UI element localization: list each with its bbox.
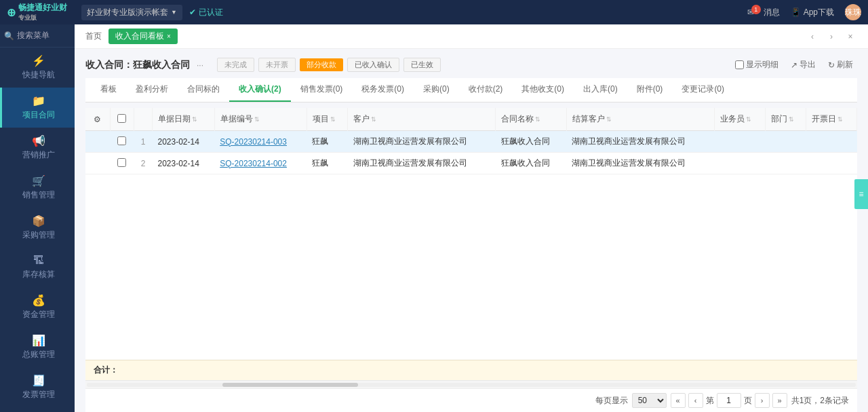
refresh-button[interactable]: ↻ 刷新 xyxy=(824,57,857,73)
sidebar-item-inventory[interactable]: 🏗 库存核算 xyxy=(0,248,75,287)
tab-change-log[interactable]: 变更记录(0) xyxy=(672,78,734,102)
sidebar-item-marketing[interactable]: 📢 营销推广 xyxy=(0,128,75,168)
sidebar-label: 库存核算 xyxy=(22,269,55,280)
per-page-select[interactable]: 50 20 100 xyxy=(632,393,667,408)
tab-attachment[interactable]: 附件(0) xyxy=(627,78,673,102)
first-page-button[interactable]: « xyxy=(671,393,686,408)
close-window-button[interactable]: × xyxy=(844,30,857,43)
page-input[interactable] xyxy=(717,393,741,408)
th-customer[interactable]: 客户⇅ xyxy=(348,108,496,131)
table-area: ⚙ 单据日期⇅ 单据编号⇅ 项目⇅ 客户⇅ 合同名称⇅ 结算客户⇅ 业务 xyxy=(85,108,857,412)
message-button[interactable]: ✉ 1 消息 xyxy=(747,7,780,18)
tab-dashboard[interactable]: 看板 xyxy=(91,78,126,102)
th-doc-no[interactable]: 单据编号⇅ xyxy=(214,108,307,131)
close-tab-button[interactable]: × xyxy=(167,33,171,40)
breadcrumb-home[interactable]: 首页 xyxy=(85,31,102,42)
sidebar-item-sales[interactable]: 🛒 销售管理 xyxy=(0,168,75,208)
tab-other-income[interactable]: 其他收支(0) xyxy=(512,78,574,102)
right-action-button[interactable]: ≡ xyxy=(854,179,868,209)
td-doc-no[interactable]: SQ-20230214-002 xyxy=(214,153,307,174)
app-download-button[interactable]: 📱 App下载 xyxy=(791,7,834,18)
show-detail-checkbox[interactable] xyxy=(735,60,744,69)
sidebar-label: 销售管理 xyxy=(22,189,55,201)
next-page-button[interactable]: › xyxy=(755,393,770,408)
search-menu[interactable]: 🔍 搜索菜单 xyxy=(0,24,75,48)
row-checkbox[interactable] xyxy=(117,136,126,145)
tab-purchase[interactable]: 采购(0) xyxy=(414,78,459,102)
scrollbar-thumb[interactable] xyxy=(222,383,358,387)
th-project[interactable]: 项目⇅ xyxy=(307,108,347,131)
search-icon: 🔍 xyxy=(4,31,14,41)
th-open-date[interactable]: 开票日⇅ xyxy=(806,108,857,131)
row-checkbox[interactable] xyxy=(117,158,126,167)
show-detail-button[interactable]: 显示明细 xyxy=(731,57,783,73)
sidebar-item-purchase[interactable]: 📦 采购管理 xyxy=(0,208,75,248)
sidebar-label: 资金管理 xyxy=(22,309,55,320)
table-row[interactable]: 2 2023-02-14 SQ-20230214-002 狂飙 湖南卫视商业运营… xyxy=(85,153,857,174)
sidebar-item-tax[interactable]: 📋 税务管理 xyxy=(0,407,75,412)
th-salesperson[interactable]: 业务员⇅ xyxy=(715,108,766,131)
sidebar-label: 发票管理 xyxy=(22,389,55,400)
tab-income-confirm[interactable]: 收入确认(2) xyxy=(229,78,291,102)
td-date: 2023-02-14 xyxy=(152,131,214,153)
sidebar-item-invoice[interactable]: 🧾 发票管理 xyxy=(0,367,75,407)
more-options-button[interactable]: ··· xyxy=(197,60,203,70)
pagination-bar: 每页显示 50 20 100 « ‹ 第 页 › xyxy=(85,388,857,412)
td-project: 狂飙 xyxy=(307,153,347,174)
status-incomplete[interactable]: 未完成 xyxy=(217,58,254,72)
td-customer: 湖南卫视商业运营发展有限公司 xyxy=(348,131,496,153)
tab-tax-invoice[interactable]: 税务发票(0) xyxy=(352,78,414,102)
td-gear xyxy=(85,131,110,153)
last-page-button[interactable]: » xyxy=(772,393,787,408)
sidebar-item-project-contract[interactable]: 📁 项目合同 xyxy=(0,88,75,128)
certified-badge: ✔ 已认证 xyxy=(189,7,223,18)
status-noinvoice[interactable]: 未开票 xyxy=(258,58,296,72)
status-partial[interactable]: 部分收款 xyxy=(300,58,343,71)
sidebar-item-quick-nav[interactable]: ⚡ 快捷导航 xyxy=(0,48,75,88)
th-gear[interactable]: ⚙ xyxy=(85,108,110,131)
tab-profit[interactable]: 盈利分析 xyxy=(126,78,178,102)
sidebar-item-capital[interactable]: 💰 资金管理 xyxy=(0,287,75,327)
tab-payment[interactable]: 收付款(2) xyxy=(459,78,513,102)
right-action-bar: ≡ xyxy=(854,179,868,209)
tab-contract-standard[interactable]: 合同标的 xyxy=(178,78,229,102)
select-all-checkbox[interactable] xyxy=(117,114,126,123)
next-button[interactable]: › xyxy=(825,30,838,43)
prev-page-button[interactable]: ‹ xyxy=(688,393,703,408)
th-end-customer[interactable]: 结算客户⇅ xyxy=(566,108,714,131)
tab-label: 收入合同看板 xyxy=(115,31,164,42)
table-wrapper[interactable]: ⚙ 单据日期⇅ 单据编号⇅ 项目⇅ 客户⇅ 合同名称⇅ 结算客户⇅ 业务 xyxy=(85,108,857,360)
td-gear xyxy=(85,153,110,174)
status-confirmed[interactable]: 已收入确认 xyxy=(347,58,399,72)
th-dept[interactable]: 部门⇅ xyxy=(765,108,806,131)
sidebar-item-general-ledger[interactable]: 📊 总账管理 xyxy=(0,327,75,367)
active-tab-pill[interactable]: 收入合同看板 × xyxy=(108,29,178,44)
content-inner: 收入合同：狂飙收入合同 ··· 未完成 未开票 部分收款 已收入确认 已生效 显… xyxy=(75,49,868,412)
sort-icon: ⇅ xyxy=(789,116,794,123)
sidebar-label: 总账管理 xyxy=(22,349,55,360)
table-row[interactable]: 1 2023-02-14 SQ-20230214-003 狂飙 湖南卫视商业运营… xyxy=(85,131,857,153)
logo: ⊕ 畅捷通好业财 专业版 xyxy=(7,2,75,22)
scrollbar-track[interactable] xyxy=(87,383,856,387)
tab-inout[interactable]: 出入库(0) xyxy=(574,78,627,102)
prev-button[interactable]: ‹ xyxy=(806,30,819,43)
td-salesperson xyxy=(715,153,766,174)
panel: 收入合同：狂飙收入合同 ··· 未完成 未开票 部分收款 已收入确认 已生效 显… xyxy=(75,49,868,412)
th-date[interactable]: 单据日期⇅ xyxy=(152,108,214,131)
sidebar: 🔍 搜索菜单 ⚡ 快捷导航 📁 项目合同 📢 营销推广 🛒 销售管理 📦 采购管… xyxy=(0,24,75,412)
company-selector[interactable]: 好业财专业版演示帐套 ▼ xyxy=(81,5,182,20)
td-dept xyxy=(765,131,806,153)
check-icon: ✔ xyxy=(189,7,196,17)
window-controls: ‹ › × xyxy=(806,30,857,43)
user-menu[interactable]: 珠珠 xyxy=(845,4,861,20)
td-checkbox[interactable] xyxy=(110,153,134,174)
th-checkbox[interactable] xyxy=(110,108,134,131)
td-open-date xyxy=(806,153,857,174)
td-checkbox[interactable] xyxy=(110,131,134,153)
tab-sales-invoice[interactable]: 销售发票(0) xyxy=(291,78,353,102)
td-doc-no[interactable]: SQ-20230214-003 xyxy=(214,131,307,153)
th-contract[interactable]: 合同名称⇅ xyxy=(496,108,566,131)
export-button[interactable]: ↗ 导出 xyxy=(787,57,820,73)
status-active[interactable]: 已生效 xyxy=(403,58,441,72)
scrollbar-area[interactable] xyxy=(85,380,857,388)
